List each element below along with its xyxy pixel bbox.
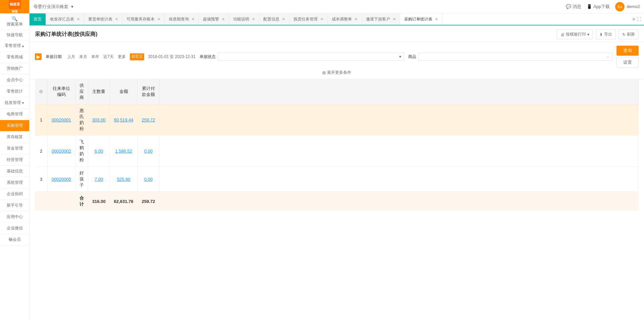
- close-icon[interactable]: ✕: [77, 17, 80, 21]
- sidebar-item-ecom[interactable]: 电商管理: [0, 109, 29, 120]
- row-code[interactable]: 00020002: [48, 136, 75, 167]
- row-amount[interactable]: 525.80: [110, 167, 138, 192]
- date-7days[interactable]: 近7天: [102, 53, 115, 60]
- date-last-month[interactable]: 上月: [66, 53, 76, 60]
- date-this-year[interactable]: 本年: [90, 53, 101, 60]
- search-button[interactable]: 查询: [616, 46, 639, 56]
- chevron-down-icon: ▼: [21, 101, 24, 105]
- filter-toggle-button[interactable]: ▶: [35, 53, 42, 60]
- print-dropdown-icon: ▾: [587, 32, 589, 37]
- tab-invite-downstream[interactable]: 邀请下游客户 ✕: [362, 13, 400, 25]
- row-paid[interactable]: 0.00: [138, 136, 159, 167]
- row-code[interactable]: 00020001: [48, 104, 75, 136]
- setting-button[interactable]: 设置: [616, 57, 639, 68]
- column-settings-icon[interactable]: ⚙: [39, 89, 43, 94]
- close-icon[interactable]: ✕: [222, 17, 225, 21]
- tab-pick-task[interactable]: 拣货任务管理 ✕: [289, 13, 328, 25]
- user-menu[interactable]: Ea demo2: [615, 2, 640, 11]
- expand-conditions-button[interactable]: ⊞ 展开更多条件: [322, 70, 351, 75]
- tab-config[interactable]: 配置信息 ✕: [259, 13, 289, 25]
- app-download-button[interactable]: 📱 App下载: [587, 4, 610, 10]
- tab-receive-summary[interactable]: 收发存汇总表 ✕: [46, 13, 84, 25]
- date-more[interactable]: 更多: [116, 53, 127, 60]
- sidebar-item-retail-mgmt[interactable]: 零售管理 ▲: [0, 40, 29, 52]
- goods-group: 商品 ···: [408, 53, 612, 61]
- app-logo: 畅捷通 标版: [0, 0, 29, 13]
- avatar: Ea: [615, 2, 625, 11]
- row-qty[interactable]: 7.00: [88, 167, 110, 192]
- sidebar-item-ops[interactable]: 经营管理: [0, 154, 29, 166]
- close-icon[interactable]: ✕: [355, 17, 358, 21]
- status-dropdown-icon: ▾: [399, 54, 401, 59]
- page-header: 采购订单统计表(按供应商) 🖨 按模板打印 ▾ ⬇ 导出 ↻ 刷新: [30, 25, 644, 42]
- close-icon[interactable]: ✕: [157, 17, 160, 21]
- footer-paid: 259.72: [138, 192, 159, 211]
- close-all-icon[interactable]: ✕: [632, 17, 636, 22]
- sidebar-item-basic[interactable]: 基础信息: [0, 166, 29, 177]
- tab-home[interactable]: 首页: [30, 13, 46, 25]
- row-paid[interactable]: 0.00: [138, 167, 159, 192]
- top-header: 母婴行业演示账套 ▾ 💬 消息 📱 App下载 Ea demo2: [30, 0, 644, 13]
- sidebar-item-retail-shop[interactable]: 零售商城: [0, 52, 29, 63]
- row-qty[interactable]: 303.00: [88, 104, 110, 136]
- tab-cost-adjust[interactable]: 成本调整单 ✕: [328, 13, 362, 25]
- close-icon[interactable]: ✕: [435, 17, 438, 21]
- message-button[interactable]: 💬 消息: [566, 4, 581, 10]
- sidebar-item-system[interactable]: 系统管理: [0, 177, 29, 189]
- row-paid[interactable]: 259.72: [138, 104, 159, 136]
- row-no: 1: [35, 104, 48, 136]
- status-select[interactable]: ▾: [218, 53, 404, 61]
- sidebar-item-inventory[interactable]: 库存核算: [0, 131, 29, 143]
- workspace-selector[interactable]: 母婴行业演示账套 ▾: [34, 4, 73, 10]
- goods-input[interactable]: ···: [418, 53, 612, 61]
- export-button[interactable]: ⬇ 导出: [596, 30, 616, 39]
- row-extra: [159, 136, 639, 167]
- col-extra: [159, 79, 639, 104]
- row-amount[interactable]: 60,519.44: [110, 104, 138, 136]
- close-icon[interactable]: ✕: [252, 17, 255, 21]
- row-qty[interactable]: 6.00: [88, 136, 110, 167]
- close-icon[interactable]: ✕: [282, 17, 285, 21]
- row-supplier: 飞鹤奶粉: [75, 136, 88, 167]
- sidebar-search[interactable]: 🔍 搜索菜单: [0, 13, 29, 30]
- sidebar-quick-nav[interactable]: 快捷导航: [0, 30, 29, 40]
- sidebar-item-retail-stats[interactable]: 零售统计: [0, 86, 29, 97]
- row-amount[interactable]: 1,586.52: [110, 136, 138, 167]
- print-icon: 🖨: [560, 32, 565, 37]
- message-icon: 💬: [566, 4, 571, 9]
- workspace-dropdown-icon: ▾: [71, 4, 73, 9]
- header-right: 💬 消息 📱 App下载 Ea demo2: [566, 2, 640, 11]
- close-icon[interactable]: ✕: [320, 17, 323, 21]
- tab-function-desc[interactable]: 功能说明 ✕: [229, 13, 259, 25]
- col-amount: 金额: [110, 79, 138, 104]
- print-button[interactable]: 🖨 按模板打印 ▾: [557, 30, 593, 39]
- tab-overstock[interactable]: 超储预警 ✕: [199, 13, 229, 25]
- close-icon[interactable]: ✕: [115, 17, 118, 21]
- sidebar-item-appcenter[interactable]: 应用中心: [0, 211, 29, 223]
- row-code[interactable]: 00020005: [48, 167, 75, 192]
- tab-purchase-summary[interactable]: 采购订单统计表 ✕: [400, 13, 442, 25]
- close-icon[interactable]: ✕: [192, 17, 195, 21]
- date-this-month[interactable]: 本月: [78, 53, 89, 60]
- tab-goods-summary[interactable]: 要货单统计表 ✕: [84, 13, 122, 25]
- sidebar-item-purchase[interactable]: 采购管理: [0, 120, 29, 131]
- refresh-button[interactable]: ↻ 刷新: [619, 30, 639, 39]
- date-label: 单据日期: [46, 54, 62, 60]
- col-settings: ⚙: [35, 79, 48, 104]
- maximize-icon[interactable]: ⛶: [637, 17, 641, 22]
- sidebar-item-marketing[interactable]: 营销推广: [0, 63, 29, 74]
- tab-available-inventory[interactable]: 可用量库存账本 ✕: [122, 13, 165, 25]
- close-icon[interactable]: ✕: [393, 17, 396, 21]
- sidebar-item-collab[interactable]: 企业协同: [0, 189, 29, 200]
- sidebar-item-vip[interactable]: 畅会员: [0, 234, 29, 246]
- tab-warranty[interactable]: 保质期查询 ✕: [165, 13, 199, 25]
- sidebar-item-wholesale[interactable]: 批发管理 ▼: [0, 97, 29, 109]
- sidebar-item-finance[interactable]: 资金管理: [0, 143, 29, 154]
- tab-bar: 首页 收发存汇总表 ✕ 要货单统计表 ✕ 可用量库存账本 ✕ 保质期查询 ✕ 超…: [30, 13, 644, 25]
- sidebar-item-member[interactable]: 会员中心: [0, 74, 29, 86]
- row-extra: [159, 104, 639, 136]
- sidebar-item-newguide[interactable]: 新手引导: [0, 200, 29, 211]
- sidebar-item-enterprise-wechat[interactable]: 企业微信: [0, 223, 29, 234]
- table-row: 1 00020001 惠氏奶粉 303.00 60,519.44 259.72: [35, 104, 639, 136]
- date-range-display: 2016-01-01 至 2023-12-31: [148, 54, 196, 60]
